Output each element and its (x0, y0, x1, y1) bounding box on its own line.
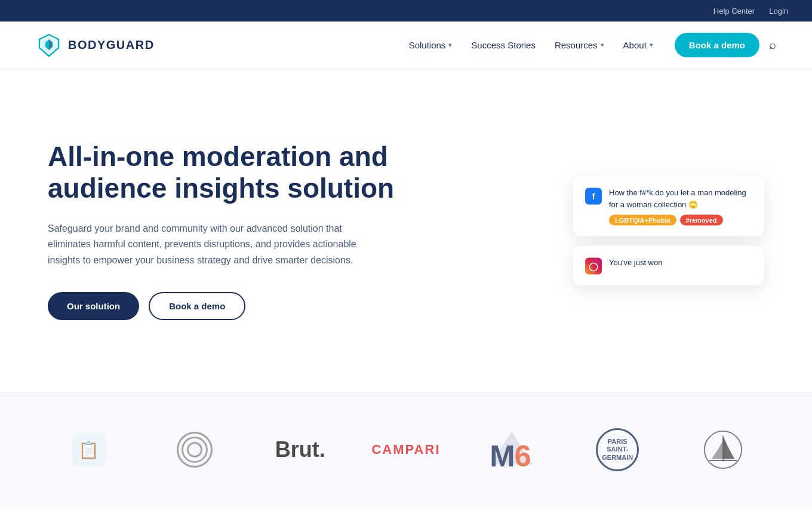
psg-logo: PARISSAINT-GERMAIN (596, 428, 639, 471)
chevron-down-icon: ▾ (448, 41, 452, 49)
chat-text-instagram: You've just won (609, 257, 752, 269)
logo-text: BODYGUARD (68, 38, 155, 52)
brut-logo: Brut. (275, 437, 325, 462)
nav-item-solutions[interactable]: Solutions ▾ (402, 35, 460, 55)
svg-text:M: M (490, 439, 515, 471)
chevron-down-icon: ▾ (601, 41, 604, 49)
logo-item-doc: 📋 (48, 433, 130, 466)
hero-section: All-in-one moderation and audience insig… (0, 69, 812, 392)
logo-icon (36, 32, 62, 59)
logo-item-sail (682, 429, 764, 471)
main-nav: BODYGUARD Solutions ▾ Success Stories Re… (0, 21, 812, 69)
nav-item-book-demo[interactable]: Book a demo (665, 33, 759, 57)
sail-icon (696, 429, 750, 471)
campari-logo: CAMPARI (371, 442, 440, 457)
hero-title: All-in-one moderation and audience insig… (48, 141, 406, 204)
hero-buttons: Our solution Book a demo (48, 292, 406, 320)
chat-card-instagram: ◯ You've just won (573, 246, 764, 285)
logo-item-m6: M 6 (471, 429, 553, 471)
top-bar: Help Center Login (0, 0, 812, 21)
nav-item-about[interactable]: About ▾ (616, 35, 660, 55)
nav-item-resources[interactable]: Resources ▾ (548, 35, 611, 55)
spiral-icon (177, 432, 213, 468)
doc-icon: 📋 (72, 433, 106, 466)
our-solution-button[interactable]: Our solution (48, 292, 139, 320)
chevron-down-icon: ▾ (650, 41, 653, 49)
nav-item-success-stories[interactable]: Success Stories (464, 35, 543, 55)
tag-lgbtqia: LGBTQIA+Phobia (609, 215, 676, 226)
hero-subtitle: Safeguard your brand and community with … (48, 221, 358, 268)
chat-card-facebook: f How the f#*k do you let a man modeling… (573, 176, 764, 236)
book-demo-button[interactable]: Book a demo (149, 292, 245, 320)
chat-text-facebook: How the f#*k do you let a man modeling f… (609, 187, 752, 210)
search-icon[interactable]: ⌕ (769, 38, 776, 52)
logo-item-brut: Brut. (259, 437, 341, 462)
logo[interactable]: BODYGUARD (36, 32, 155, 59)
instagram-icon: ◯ (585, 258, 602, 275)
svg-text:6: 6 (515, 439, 531, 471)
login-link[interactable]: Login (769, 7, 788, 16)
tag-removed: #removed (680, 215, 723, 226)
logos-section: 📋 Brut. CAMPARI M 6 PARISSAINT-GERMAIN (0, 392, 812, 507)
logos-row: 📋 Brut. CAMPARI M 6 PARISSAINT-GERMAIN (48, 428, 764, 471)
chat-tags-facebook: LGBTQIA+Phobia #removed (609, 215, 752, 226)
facebook-icon: f (585, 188, 602, 205)
nav-links: Solutions ▾ Success Stories Resources ▾ … (402, 33, 759, 57)
hero-visual: f How the f#*k do you let a man modeling… (573, 176, 764, 285)
m6-logo: M 6 (482, 429, 542, 471)
hero-content: All-in-one moderation and audience insig… (48, 141, 406, 320)
logo-item-psg: PARISSAINT-GERMAIN (577, 428, 659, 471)
help-center-link[interactable]: Help Center (713, 7, 755, 16)
logo-item-spiral (153, 432, 235, 468)
logo-item-campari: CAMPARI (365, 442, 447, 457)
